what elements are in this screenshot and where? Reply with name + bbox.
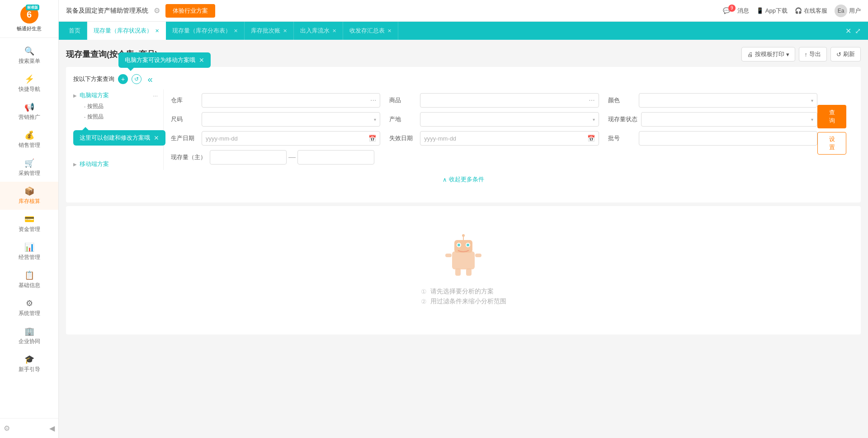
filter-fields-panel: 仓库 ··· 商品 ··· — [164, 89, 854, 170]
sidebar-item-purchase[interactable]: 🛒 采购管理 — [0, 154, 58, 182]
tab-inout-flow[interactable]: 出入库流水 ✕ — [294, 22, 343, 40]
reset-btn[interactable]: 设置 — [817, 132, 846, 155]
sidebar-item-guide[interactable]: 🎓 新手引导 — [0, 350, 58, 378]
sidebar-item-operations[interactable]: 📊 经营管理 — [0, 238, 58, 266]
tab-batch-ledger-close[interactable]: ✕ — [283, 28, 287, 34]
tab-inventory-status-close[interactable]: ✕ — [155, 28, 159, 34]
scheme-sub-dot-1: · — [84, 104, 85, 110]
collapse-sidebar-icon[interactable]: ◀ — [49, 424, 55, 433]
sidebar-item-sales[interactable]: 💰 销售管理 — [0, 126, 58, 154]
scheme-desktop-dots[interactable]: ··· — [153, 92, 158, 99]
fullscreen-btn[interactable]: ⤢ — [855, 27, 861, 35]
tab-home[interactable]: 首页 — [62, 22, 87, 40]
refresh-icon: ↺ — [836, 51, 841, 58]
tab-inventory-dist[interactable]: 现存量（库存分布表） ✕ — [166, 22, 245, 40]
prod-date-calendar-icon[interactable]: 📅 — [368, 135, 376, 142]
notification-item[interactable]: 💬 9 消息 — [723, 7, 749, 15]
finance-icon: 💳 — [24, 214, 34, 224]
scheme-sub-item-1[interactable]: · 按照品 — [73, 101, 158, 112]
step1-text: 请先选择要分析的方案 — [430, 287, 494, 296]
filter-size: 尺码 ▾ — [171, 112, 380, 127]
filter-color-select[interactable]: ▾ — [639, 93, 817, 108]
system-icon: ⚙ — [26, 298, 33, 308]
trial-btn[interactable]: 体验行业方案 — [165, 4, 215, 18]
tab-collect-summary-close[interactable]: ✕ — [387, 28, 392, 34]
export-btn[interactable]: ↑ 导出 — [799, 47, 827, 61]
size-chevron-icon: ▾ — [374, 117, 376, 122]
sidebar-item-search[interactable]: 🔍 搜索菜单 — [0, 42, 58, 70]
filter-warehouse-input[interactable]: ··· — [202, 93, 380, 108]
template-print-btn[interactable]: 🖨 按模板打印 ▾ — [741, 47, 795, 61]
tab-batch-ledger[interactable]: 库存批次账 ✕ — [245, 22, 294, 40]
filter-collapse-row[interactable]: ∧ 收起更多条件 — [73, 175, 854, 184]
filter-batch-no: 批号 — [608, 131, 817, 146]
settings-footer-icon[interactable]: ⚙ — [4, 424, 10, 433]
sidebar-item-finance[interactable]: 💳 资金管理 — [0, 210, 58, 238]
filter-product-input[interactable]: ··· — [420, 93, 599, 108]
filter-batch-no-label: 批号 — [608, 134, 635, 142]
scheme-sub-item-2[interactable]: · 按照品 — [73, 112, 158, 122]
empty-step1: ① 请先选择要分析的方案 — [421, 287, 506, 296]
svg-rect-6 — [445, 254, 452, 257]
topbar-gear-icon[interactable]: ⚙ — [154, 6, 160, 15]
sidebar-item-system[interactable]: ⚙ 系统管理 — [0, 294, 58, 322]
refresh-btn[interactable]: ↺ 刷新 — [830, 47, 861, 61]
filter-prod-date-input[interactable]: yyyy-mm-dd 📅 — [202, 131, 380, 146]
export-label: 导出 — [809, 50, 821, 58]
template-print-label: 按模板打印 — [755, 50, 784, 58]
filter-expiry-date-input[interactable]: yyyy-mm-dd 📅 — [420, 131, 599, 146]
topbar-right: 💬 9 消息 📱 App下载 🎧 在线客服 Ea 用户 — [723, 5, 861, 17]
tooltip1-close[interactable]: ✕ — [199, 57, 204, 64]
svg-rect-7 — [475, 254, 481, 257]
tab-inventory-dist-close[interactable]: ✕ — [234, 28, 238, 34]
search-btn[interactable]: 查询 — [817, 105, 846, 128]
robot-svg — [441, 233, 486, 278]
filter-area: 按以下方案查询 + ↺ « 电脑方案可设为移动方案哦 ✕ ▶ 电脑端方案 — [66, 67, 861, 203]
filter-back-btn[interactable]: « — [145, 74, 155, 84]
sidebar-label-enterprise: 企业协同 — [19, 338, 40, 345]
filter-stock-label: 现存量（主） — [171, 153, 206, 161]
expiry-date-placeholder: yyyy-mm-dd — [424, 135, 456, 142]
prod-date-placeholder: yyyy-mm-dd — [206, 135, 238, 142]
close-all-tabs-btn[interactable]: ✕ — [845, 27, 851, 35]
tab-collect-summary[interactable]: 收发存汇总表 ✕ — [343, 22, 398, 40]
inventory-status-chevron-icon: ▾ — [811, 117, 813, 122]
filter-header-label: 按以下方案查询 — [73, 75, 114, 83]
search-btn-group: 查询 设置 — [817, 105, 846, 155]
filter-add-btn[interactable]: + — [118, 74, 128, 84]
filter-refresh-btn[interactable]: ↺ — [132, 74, 142, 84]
filter-stock-max[interactable] — [297, 150, 374, 165]
notification-label: 消息 — [737, 7, 749, 15]
tooltip-edit-hint: 这里可以创建和修改方案哦 ✕ — [73, 130, 165, 146]
sidebar: 6 标准版 畅通好生意 🔍 搜索菜单 ⚡ 快捷导航 📢 营销推广 💰 销售管理 … — [0, 0, 59, 438]
user-item[interactable]: Ea 用户 — [835, 5, 861, 17]
sidebar-item-basic[interactable]: 📋 基础信息 — [0, 266, 58, 294]
sidebar-item-quicknav[interactable]: ⚡ 快捷导航 — [0, 70, 58, 98]
filter-row-2: 尺码 ▾ 产地 ▾ — [171, 112, 817, 127]
filter-inventory-status-select[interactable]: ▾ — [641, 112, 817, 127]
scheme-mobile[interactable]: ▶ 移动端方案 — [73, 158, 158, 170]
company-name: 畅通好生意 — [17, 25, 42, 32]
filter-stock-min[interactable] — [210, 150, 287, 165]
filter-batch-no-input[interactable] — [639, 131, 817, 146]
scheme-desktop[interactable]: ▶ 电脑端方案 ··· — [73, 89, 158, 101]
online-support-item[interactable]: 🎧 在线客服 — [795, 7, 827, 15]
empty-state: ① 请先选择要分析的方案 ② 用过滤条件来缩小分析范围 — [66, 206, 861, 334]
app-download-item[interactable]: 📱 App下载 — [756, 7, 788, 15]
sidebar-item-enterprise[interactable]: 🏢 企业协同 — [0, 322, 58, 350]
filter-origin-select[interactable]: ▾ — [420, 112, 599, 127]
sidebar-item-inventory[interactable]: 📦 库存核算 — [0, 182, 58, 210]
filter-size-select[interactable]: ▾ — [202, 112, 380, 127]
sidebar-item-marketing[interactable]: 📢 营销推广 — [0, 98, 58, 126]
tab-inventory-status[interactable]: 现存量（库存状况表） ✕ — [87, 22, 166, 40]
guide-icon: 🎓 — [24, 354, 34, 364]
filter-inventory-status-label: 现存量状态 — [608, 115, 637, 123]
main-area: 装备及固定资产辅助管理系统 ⚙ 体验行业方案 💬 9 消息 📱 App下载 🎧 … — [59, 0, 868, 438]
tab-inout-flow-close[interactable]: ✕ — [332, 28, 336, 34]
svg-rect-0 — [452, 251, 475, 269]
tooltip2-close[interactable]: ✕ — [154, 134, 159, 141]
scheme-desktop-label: 电脑端方案 — [80, 91, 109, 99]
step2-text: 用过滤条件来缩小分析范围 — [430, 297, 506, 306]
expiry-date-calendar-icon[interactable]: 📅 — [587, 135, 595, 142]
empty-text: ① 请先选择要分析的方案 ② 用过滤条件来缩小分析范围 — [421, 286, 506, 307]
